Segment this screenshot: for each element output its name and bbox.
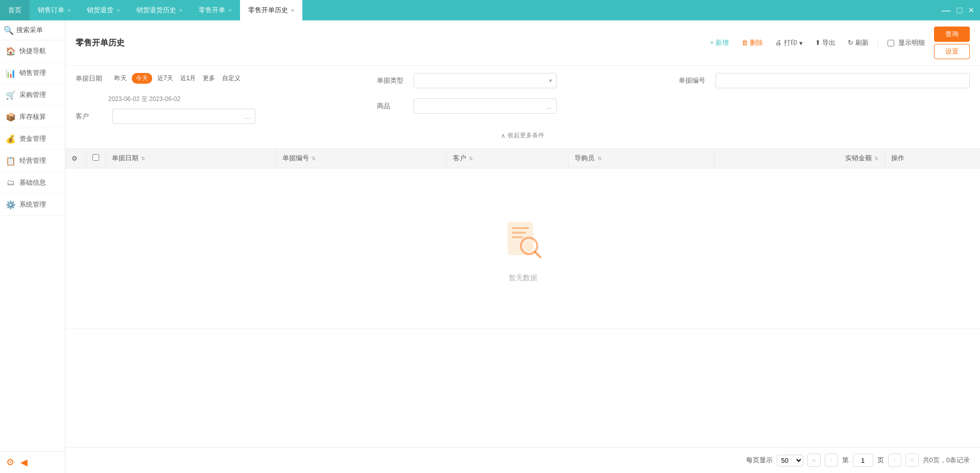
date-today[interactable]: 今天 xyxy=(132,73,152,84)
doc-type-select-wrapper[interactable]: ▾ xyxy=(414,73,557,88)
quick-nav-icon: 🏠 xyxy=(6,46,15,56)
sidebar-collapse-icon[interactable]: ◀ xyxy=(20,457,28,468)
table-container: ⚙ 单据日期 ⇅ 单据编号 ⇅ xyxy=(65,148,980,447)
sidebar-item-inventory[interactable]: 📦 库存核算 xyxy=(0,106,65,128)
purchase-icon: 🛒 xyxy=(6,90,15,99)
tab-sales-order[interactable]: 销售订单 × xyxy=(30,0,79,20)
date-yesterday[interactable]: 昨天 xyxy=(112,73,129,84)
page-header: 零售开单历史 + 新增 🗑 删除 🖨 打印 ▾ ⬆ 导出 ↻ 刷新 显示明细 查… xyxy=(65,20,980,66)
tab-sales-return-history-close[interactable]: × xyxy=(179,7,182,13)
goods-dots-btn[interactable]: ... xyxy=(546,102,553,110)
tab-retail-open-history[interactable]: 零售开单历史 × xyxy=(240,0,302,20)
col-doc-date[interactable]: 单据日期 ⇅ xyxy=(105,148,276,168)
query-button[interactable]: 查询 xyxy=(934,27,970,42)
pagination-last[interactable]: » xyxy=(905,454,919,467)
settings-button[interactable]: 设置 xyxy=(934,44,970,59)
print-label: 🖨 打印 xyxy=(775,38,797,47)
filter-customer-row: 客户 ... xyxy=(76,109,367,124)
date-more[interactable]: 更多 xyxy=(201,73,217,84)
window-max-btn[interactable]: □ xyxy=(957,6,963,15)
sidebar-item-purchase[interactable]: 🛒 采购管理 xyxy=(0,84,65,106)
col-checkbox[interactable] xyxy=(86,148,105,168)
tab-sales-return[interactable]: 销货退货 × xyxy=(79,0,128,20)
window-close-btn[interactable]: × xyxy=(968,6,974,15)
col-salesperson[interactable]: 导购员 ⇅ xyxy=(568,148,714,168)
col-salesperson-label: 导购员 xyxy=(575,154,594,162)
window-min-btn[interactable]: — xyxy=(942,6,951,15)
tab-retail-open[interactable]: 零售开单 × xyxy=(190,0,240,20)
page-input[interactable]: 1 xyxy=(853,454,873,467)
display-cols-btn[interactable]: 显示明细 xyxy=(885,36,928,49)
pagination-prev[interactable]: ‹ xyxy=(825,454,838,467)
delete-button[interactable]: 🗑 删除 xyxy=(738,36,767,49)
refresh-button[interactable]: ↻ 刷新 xyxy=(845,36,872,49)
page-size-select[interactable]: 20 50 100 xyxy=(777,455,803,466)
tab-sales-return-close[interactable]: × xyxy=(116,7,119,13)
main-layout: 🔍 搜索采单 🏠 快捷导航 📊 销售管理 🛒 采购管理 📦 库存核算 💰 资金管… xyxy=(0,20,980,473)
basic-info-icon: 🗂 xyxy=(6,178,15,187)
display-cols-checkbox[interactable] xyxy=(888,40,894,46)
col-customer[interactable]: 客户 ⇅ xyxy=(446,148,568,168)
print-arrow: ▾ xyxy=(799,39,803,47)
col-actions-label: 操作 xyxy=(891,154,904,162)
finance-icon: 💰 xyxy=(6,134,15,143)
customer-label: 客户 xyxy=(76,112,104,121)
filter-row-1: 单据日期 昨天 今天 近7天 近1月 更多 自定义 2023-06-02 至 2… xyxy=(76,73,970,129)
sidebar-item-basic-info[interactable]: 🗂 基础信息 xyxy=(0,172,65,194)
col-settings[interactable]: ⚙ xyxy=(65,148,86,168)
sidebar-item-operations[interactable]: 📋 经营管理 xyxy=(0,150,65,172)
pagination-page-word2: 页 xyxy=(877,456,884,465)
goods-input[interactable] xyxy=(418,103,546,110)
customer-dots-btn[interactable]: ... xyxy=(245,112,251,120)
table-head: ⚙ 单据日期 ⇅ 单据编号 ⇅ xyxy=(65,148,980,168)
date-range-display: 2023-06-02 至 2023-06-02 xyxy=(76,94,367,104)
tab-retail-open-close[interactable]: × xyxy=(228,7,231,13)
tab-sales-order-close[interactable]: × xyxy=(67,7,70,13)
tab-home[interactable]: 首页 xyxy=(0,0,30,20)
sidebar-search[interactable]: 🔍 搜索采单 xyxy=(0,20,65,40)
window-controls: — □ × xyxy=(936,6,980,15)
date-last7[interactable]: 近7天 xyxy=(155,73,175,84)
col-doc-no-label: 单据编号 xyxy=(282,154,309,162)
data-table: ⚙ 单据日期 ⇅ 单据编号 ⇅ xyxy=(65,148,980,329)
svg-rect-3 xyxy=(512,236,523,238)
sidebar-settings-icon[interactable]: ⚙ xyxy=(6,457,14,468)
customer-input[interactable] xyxy=(117,113,245,120)
sidebar-item-system[interactable]: ⚙️ 系统管理 xyxy=(0,194,65,216)
sidebar-item-sales-label: 销售管理 xyxy=(19,68,46,78)
col-customer-label: 客户 xyxy=(453,154,466,162)
pagination-page-word: 第 xyxy=(842,456,849,465)
print-button[interactable]: 🖨 打印 ▾ xyxy=(772,36,806,49)
doc-no-label: 单据编号 xyxy=(679,76,707,85)
tab-home-label: 首页 xyxy=(8,6,21,15)
col-amount[interactable]: 实销金额 ⇅ xyxy=(714,148,885,168)
sidebar-item-sales[interactable]: 📊 销售管理 xyxy=(0,62,65,84)
sidebar-item-quick-nav-label: 快捷导航 xyxy=(19,46,46,56)
table-body: 暂无数据 xyxy=(65,168,980,329)
pagination-first[interactable]: « xyxy=(807,454,821,467)
svg-rect-2 xyxy=(512,232,526,234)
export-button[interactable]: ⬆ 导出 xyxy=(812,36,839,49)
empty-text: 暂无数据 xyxy=(509,273,537,283)
doc-type-label: 单据类型 xyxy=(377,76,405,85)
pagination-next[interactable]: › xyxy=(888,454,901,467)
tab-retail-open-history-close[interactable]: × xyxy=(291,7,294,13)
sidebar-item-operations-label: 经营管理 xyxy=(19,156,46,165)
add-button[interactable]: + 新增 xyxy=(707,36,732,49)
date-options: 昨天 今天 近7天 近1月 更多 自定义 xyxy=(112,73,243,84)
collapse-more-btn[interactable]: ∧ 收起更多条件 xyxy=(76,129,970,144)
col-doc-no[interactable]: 单据编号 ⇅ xyxy=(276,148,446,168)
filter-docno-row: 单据编号 xyxy=(679,73,970,88)
goods-input-wrapper: ... xyxy=(414,98,557,114)
date-last1month[interactable]: 近1月 xyxy=(178,73,198,84)
tab-retail-open-history-label: 零售开单历史 xyxy=(248,6,288,15)
date-custom[interactable]: 自定义 xyxy=(220,73,243,84)
sidebar-search-label: 搜索采单 xyxy=(16,26,43,35)
doc-no-input[interactable] xyxy=(715,73,970,88)
tab-sales-return-history[interactable]: 销货退货历史 × xyxy=(128,0,190,20)
select-all-checkbox[interactable] xyxy=(92,154,99,161)
sidebar-item-quick-nav[interactable]: 🏠 快捷导航 xyxy=(0,40,65,62)
tab-sales-return-label: 销货退货 xyxy=(87,6,113,15)
sidebar-item-finance[interactable]: 💰 资金管理 xyxy=(0,128,65,150)
filter-date-row: 单据日期 昨天 今天 近7天 近1月 更多 自定义 xyxy=(76,73,367,84)
